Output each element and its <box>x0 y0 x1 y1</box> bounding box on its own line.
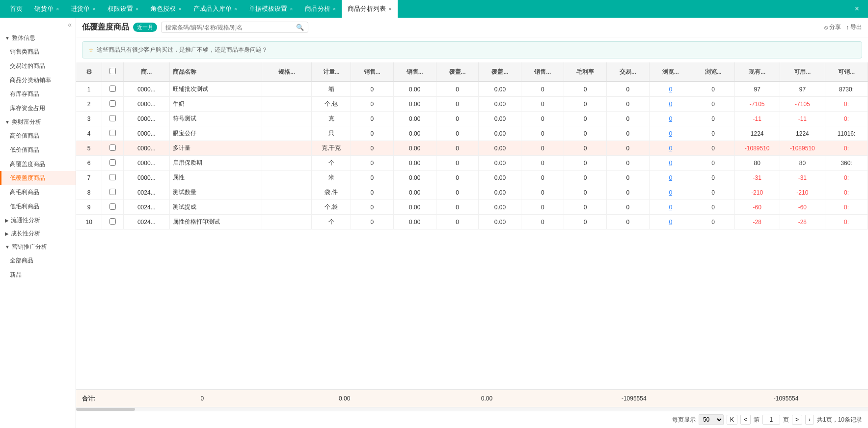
row-check[interactable] <box>102 185 123 200</box>
sidebar-item-high-gross[interactable]: 高毛利商品 <box>0 185 76 200</box>
sidebar-item-low-value[interactable]: 低价值商品 <box>0 143 76 157</box>
row-checkbox[interactable] <box>109 100 116 107</box>
row-check[interactable] <box>102 141 123 156</box>
row-checkbox[interactable] <box>109 144 116 151</box>
row-check[interactable] <box>102 82 123 97</box>
date-badge[interactable]: 近一月 <box>133 23 157 32</box>
per-page-select[interactable]: 50 20 100 200 <box>699 414 724 425</box>
col-header-current-stock[interactable]: 现有... <box>734 62 780 82</box>
export-button[interactable]: ↑ 导出 <box>846 23 862 31</box>
row-checkbox[interactable] <box>109 159 116 166</box>
col-header-browse2[interactable]: 浏览... <box>692 62 734 82</box>
nav-product-warehouse[interactable]: 产成品入库单 × <box>188 0 243 18</box>
col-header-sales-qty[interactable]: 销售... <box>351 62 393 82</box>
sidebar-item-high-value[interactable]: 高价值商品 <box>0 129 76 143</box>
nav-goods-analysis[interactable]: 商品分析 × <box>299 0 342 18</box>
row-checkbox[interactable] <box>109 203 116 210</box>
row-browse1[interactable]: 0 <box>649 82 692 97</box>
first-page-button[interactable]: K <box>727 415 737 425</box>
row-browse1[interactable]: 0 <box>649 126 692 141</box>
close-icon[interactable]: × <box>388 6 391 12</box>
row-check[interactable] <box>102 112 123 126</box>
row-checkbox[interactable] <box>109 189 116 195</box>
close-icon[interactable]: × <box>234 6 237 12</box>
col-header-sales-amount[interactable]: 销售... <box>393 62 436 82</box>
table-container[interactable]: ⚙ 商... 商品名称 规格... 计量... 销售... 销售... 覆盖..… <box>76 62 868 389</box>
sidebar-item-in-stock[interactable]: 有库存商品 <box>0 87 76 101</box>
row-check[interactable] <box>102 126 123 141</box>
nav-permission-settings[interactable]: 权限设置 × <box>102 0 144 18</box>
sidebar-section-marketing[interactable]: ▼ 营销推广分析 <box>0 240 76 254</box>
row-check[interactable] <box>102 215 123 229</box>
sidebar-item-new-goods[interactable]: 新品 <box>0 268 76 282</box>
col-header-browse1[interactable]: 浏览... <box>649 62 692 82</box>
search-input[interactable] <box>165 24 296 31</box>
row-browse1[interactable]: 0 <box>649 112 692 126</box>
sidebar-collapse-button[interactable]: « <box>0 18 76 31</box>
close-icon[interactable]: × <box>136 6 138 12</box>
window-close-button[interactable]: × <box>850 4 864 13</box>
col-header-check[interactable] <box>102 62 123 82</box>
close-icon[interactable]: × <box>290 6 293 12</box>
nav-sales-order[interactable]: 销货单 × <box>28 0 65 18</box>
close-icon[interactable]: × <box>333 6 336 12</box>
horizontal-scrollbar[interactable] <box>76 407 868 411</box>
row-browse1[interactable]: 0 <box>649 185 692 200</box>
nav-goods-analysis-list[interactable]: 商品分析列表 × <box>342 0 397 18</box>
sidebar-section-growth[interactable]: ▶ 成长性分析 <box>0 227 76 240</box>
last-page-button[interactable]: › <box>805 415 814 425</box>
sidebar-item-sales-goods[interactable]: 销售类商品 <box>0 45 76 59</box>
nav-purchase-order[interactable]: 进货单 × <box>65 0 101 18</box>
nav-template-settings[interactable]: 单据模板设置 × <box>243 0 298 18</box>
close-icon[interactable]: × <box>56 6 59 12</box>
col-header-unit[interactable]: 计量... <box>312 62 351 82</box>
nav-role-auth[interactable]: 角色授权 × <box>144 0 187 18</box>
col-header-trade[interactable]: 交易... <box>607 62 650 82</box>
page-number-input[interactable] <box>762 415 780 425</box>
sidebar-item-low-coverage[interactable]: 低覆盖度商品 <box>0 171 76 185</box>
sidebar-item-all-goods[interactable]: 全部商品 <box>0 254 76 268</box>
row-browse1[interactable]: 0 <box>649 97 692 112</box>
sidebar-section-overall[interactable]: ▼ 整体信息 <box>0 31 76 45</box>
row-checkbox[interactable] <box>109 115 116 121</box>
row-browse1[interactable]: 0 <box>649 200 692 215</box>
sidebar-section-liquidity[interactable]: ▶ 流通性分析 <box>0 214 76 227</box>
row-checkbox[interactable] <box>109 130 116 136</box>
next-page-button[interactable]: > <box>792 415 802 425</box>
share-button[interactable]: ⎋ 分享 <box>824 23 841 31</box>
sidebar-section-wealth[interactable]: ▼ 类财富分析 <box>0 115 76 129</box>
row-checkbox[interactable] <box>109 86 116 92</box>
col-header-usable-stock[interactable]: 可用... <box>780 62 825 82</box>
prev-page-button[interactable]: < <box>740 415 751 425</box>
row-browse1[interactable]: 0 <box>649 215 692 229</box>
sidebar-item-high-coverage[interactable]: 高覆盖度商品 <box>0 157 76 171</box>
col-header-cover2[interactable]: 覆盖... <box>479 62 521 82</box>
total-label: 合计: <box>82 395 131 403</box>
row-browse1[interactable]: 0 <box>649 171 692 185</box>
row-browse1[interactable]: 0 <box>649 156 692 171</box>
row-check[interactable] <box>102 171 123 185</box>
col-header-settings[interactable]: ⚙ <box>76 62 102 82</box>
nav-home[interactable]: 首页 <box>4 0 28 18</box>
col-header-saleable[interactable]: 可销... <box>825 62 868 82</box>
row-check[interactable] <box>102 156 123 171</box>
col-header-spec[interactable]: 规格... <box>262 62 312 82</box>
sidebar-item-capital-usage[interactable]: 库存资金占用 <box>0 101 76 115</box>
row-check[interactable] <box>102 200 123 215</box>
select-all-checkbox[interactable] <box>109 68 116 74</box>
settings-icon[interactable]: ⚙ <box>83 66 95 78</box>
col-header-sales3[interactable]: 销售... <box>521 62 564 82</box>
col-header-gross-rate[interactable]: 毛利率 <box>564 62 607 82</box>
close-icon[interactable]: × <box>178 6 181 12</box>
row-checkbox[interactable] <box>109 218 116 225</box>
row-checkbox[interactable] <box>109 174 116 180</box>
sidebar-item-traded-goods[interactable]: 交易过的商品 <box>0 59 76 73</box>
close-icon[interactable]: × <box>92 6 95 12</box>
sidebar-item-low-gross[interactable]: 低毛利商品 <box>0 200 76 214</box>
row-browse1[interactable]: 0 <box>649 141 692 156</box>
col-header-name[interactable]: 商品名称 <box>169 62 262 82</box>
col-header-cover1[interactable]: 覆盖... <box>436 62 479 82</box>
row-check[interactable] <box>102 97 123 112</box>
sidebar-item-category-rate[interactable]: 商品分类动销率 <box>0 73 76 87</box>
col-header-code[interactable]: 商... <box>123 62 169 82</box>
